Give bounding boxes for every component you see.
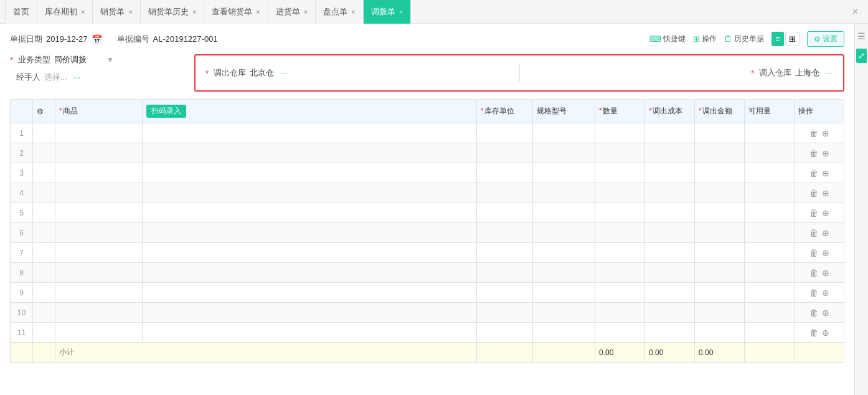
row-unit[interactable] — [477, 263, 533, 283]
out-warehouse-more-button[interactable]: ··· — [280, 68, 288, 78]
row-amount[interactable] — [695, 183, 745, 203]
row-spec[interactable] — [533, 283, 595, 303]
row-spec[interactable] — [533, 143, 595, 163]
row-unit[interactable] — [477, 323, 533, 343]
tab-home[interactable]: 首页 — [5, 0, 37, 24]
delete-icon[interactable]: 🗑 — [809, 288, 818, 298]
row-unit[interactable] — [477, 163, 533, 183]
tab-inventory-init[interactable]: 库存期初 × — [37, 0, 93, 24]
copy-icon[interactable]: ⊕ — [822, 148, 829, 158]
row-scan[interactable] — [143, 263, 477, 283]
tab-purchase[interactable]: 进货单 × — [268, 0, 316, 24]
delete-icon[interactable]: 🗑 — [809, 228, 818, 238]
row-cost[interactable] — [645, 203, 695, 223]
row-unit[interactable] — [477, 223, 533, 243]
tab-close-inventory-init[interactable]: × — [81, 8, 85, 16]
row-cost[interactable] — [645, 183, 695, 203]
view-list-button[interactable]: ≡ — [771, 32, 784, 46]
row-unit[interactable] — [477, 123, 533, 143]
copy-icon[interactable]: ⊕ — [822, 188, 829, 198]
tab-close-view-sales[interactable]: × — [256, 8, 260, 16]
row-scan[interactable] — [143, 183, 477, 203]
dropdown-icon[interactable]: ▼ — [106, 55, 114, 64]
row-product[interactable] — [55, 163, 143, 183]
row-amount[interactable] — [695, 323, 745, 343]
row-spec[interactable] — [533, 123, 595, 143]
row-amount[interactable] — [695, 263, 745, 283]
row-spec[interactable] — [533, 323, 595, 343]
col-header-gear[interactable]: ⚙ — [33, 100, 55, 123]
row-product[interactable] — [55, 183, 143, 203]
row-unit[interactable] — [477, 183, 533, 203]
copy-icon[interactable]: ⊕ — [822, 308, 829, 318]
delete-icon[interactable]: 🗑 — [809, 148, 818, 158]
view-grid-button[interactable]: ⊞ — [785, 32, 800, 46]
row-cost[interactable] — [645, 303, 695, 323]
delete-icon[interactable]: 🗑 — [809, 268, 818, 278]
row-unit[interactable] — [477, 283, 533, 303]
row-product[interactable] — [55, 323, 143, 343]
row-product[interactable] — [55, 283, 143, 303]
delete-icon[interactable]: 🗑 — [809, 248, 818, 258]
row-spec[interactable] — [533, 223, 595, 243]
sidebar-expand-icon[interactable]: ⤢ — [856, 49, 867, 63]
row-qty[interactable] — [595, 303, 645, 323]
copy-icon[interactable]: ⊕ — [822, 208, 829, 218]
row-amount[interactable] — [695, 303, 745, 323]
row-product[interactable] — [55, 243, 143, 263]
row-unit[interactable] — [477, 143, 533, 163]
person-more-button[interactable]: ··· — [73, 72, 81, 82]
operations-button[interactable]: ⊞ 操作 — [693, 34, 717, 44]
row-cost[interactable] — [645, 283, 695, 303]
delete-icon[interactable]: 🗑 — [809, 188, 818, 198]
delete-icon[interactable]: 🗑 — [809, 168, 818, 178]
row-qty[interactable] — [595, 243, 645, 263]
row-spec[interactable] — [533, 203, 595, 223]
sidebar-list-icon[interactable]: ☰ — [855, 29, 868, 44]
row-cost[interactable] — [645, 243, 695, 263]
row-qty[interactable] — [595, 143, 645, 163]
row-cost[interactable] — [645, 163, 695, 183]
row-spec[interactable] — [533, 243, 595, 263]
calendar-icon[interactable]: 📅 — [92, 34, 102, 44]
settings-button[interactable]: ⚙ 设置 — [807, 31, 844, 47]
row-amount[interactable] — [695, 223, 745, 243]
row-cost[interactable] — [645, 123, 695, 143]
row-qty[interactable] — [595, 123, 645, 143]
row-qty[interactable] — [595, 163, 645, 183]
copy-icon[interactable]: ⊕ — [822, 268, 829, 278]
copy-icon[interactable]: ⊕ — [822, 168, 829, 178]
delete-icon[interactable]: 🗑 — [809, 128, 818, 138]
row-scan[interactable] — [143, 303, 477, 323]
tab-close-inventory-check[interactable]: × — [351, 8, 355, 16]
tab-close-sales-history[interactable]: × — [192, 8, 196, 16]
delete-icon[interactable]: 🗑 — [809, 208, 818, 218]
row-spec[interactable] — [533, 263, 595, 283]
tab-close-transfer[interactable]: × — [399, 8, 403, 16]
row-product[interactable] — [55, 223, 143, 243]
row-scan[interactable] — [143, 323, 477, 343]
row-qty[interactable] — [595, 263, 645, 283]
row-spec[interactable] — [533, 163, 595, 183]
row-product[interactable] — [55, 263, 143, 283]
row-product[interactable] — [55, 143, 143, 163]
row-spec[interactable] — [533, 183, 595, 203]
row-scan[interactable] — [143, 143, 477, 163]
business-type-select[interactable]: 同价调拨 ▼ — [54, 54, 114, 65]
row-amount[interactable] — [695, 163, 745, 183]
tab-inventory-check[interactable]: 盘点单 × — [316, 0, 363, 24]
row-scan[interactable] — [143, 123, 477, 143]
copy-icon[interactable]: ⊕ — [822, 128, 829, 138]
row-unit[interactable] — [477, 243, 533, 263]
row-qty[interactable] — [595, 283, 645, 303]
row-amount[interactable] — [695, 283, 745, 303]
row-product[interactable] — [55, 123, 143, 143]
row-qty[interactable] — [595, 223, 645, 243]
row-cost[interactable] — [645, 143, 695, 163]
row-qty[interactable] — [595, 203, 645, 223]
copy-icon[interactable]: ⊕ — [822, 248, 829, 258]
copy-icon[interactable]: ⊕ — [822, 288, 829, 298]
row-scan[interactable] — [143, 223, 477, 243]
tab-sales-order[interactable]: 销货单 × — [93, 0, 140, 24]
delete-icon[interactable]: 🗑 — [809, 328, 818, 338]
